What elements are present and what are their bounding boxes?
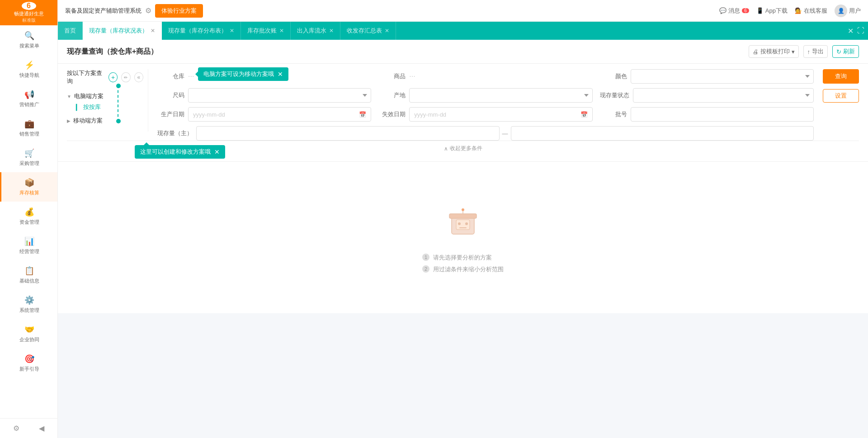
- sidebar-item-label: 资金管理: [19, 219, 39, 226]
- filter-header: 按以下方案查询 + ✏ «: [67, 69, 143, 85]
- tab-close-icon[interactable]: ✕: [329, 28, 334, 34]
- filter-row-4: 现存量（主） —: [157, 126, 814, 141]
- tab-inout-flow-label: 出入库流水: [297, 27, 326, 35]
- export-button[interactable]: ↑ 导出: [803, 45, 828, 58]
- filter-prod-date: 生产日期 yyyy-mm-dd 📅: [157, 107, 371, 122]
- sidebar: 6 畅捷通好生意 标准版 🔍 搜索菜单 ⚡ 快捷导航 📢 营销推广 💼 销售管理…: [0, 0, 58, 438]
- filter-add-button[interactable]: +: [108, 72, 118, 82]
- tab-close-icon[interactable]: ✕: [385, 28, 389, 34]
- sidebar-item-sales[interactable]: 💼 销售管理: [0, 113, 57, 143]
- tip-text-2: 用过滤条件来缩小分析范围: [433, 265, 504, 273]
- logo-badge: 标准版: [22, 17, 36, 24]
- app-download-btn[interactable]: 📱 App下载: [756, 7, 788, 15]
- tab-expand-icon[interactable]: ⛶: [857, 27, 864, 35]
- range-separator: —: [502, 130, 508, 137]
- sidebar-item-system[interactable]: ⚙️ 系统管理: [0, 290, 57, 319]
- color-select[interactable]: [631, 69, 814, 84]
- warehouse-dots[interactable]: ···: [188, 72, 194, 80]
- sidebar-item-enterprise[interactable]: 🤝 企业协同: [0, 319, 57, 349]
- tab-close-icon[interactable]: ✕: [279, 28, 284, 34]
- color-label: 颜色: [600, 72, 627, 80]
- stock-qty-range: —: [196, 126, 814, 141]
- arrow-icon: ▼: [67, 94, 71, 99]
- goods-dots[interactable]: ···: [409, 72, 415, 80]
- enterprise-icon: 🤝: [24, 325, 34, 334]
- tab-inout-flow[interactable]: 出入库流水 ✕: [291, 22, 340, 40]
- search-button[interactable]: 查询: [823, 69, 859, 84]
- empty-tip-2: 2 用过滤条件来缩小分析范围: [422, 265, 504, 273]
- operations-icon: 📊: [24, 236, 34, 246]
- collapse-icon: ∧: [444, 146, 448, 152]
- tab-batch-account[interactable]: 库存批次账 ✕: [241, 22, 291, 40]
- filter-edit-button[interactable]: ✏: [121, 72, 130, 82]
- user-menu[interactable]: 👤 用户: [835, 5, 861, 17]
- stock-qty-min[interactable]: [196, 126, 500, 141]
- scheme-desktop[interactable]: ▼ 电脑端方案: [67, 91, 143, 102]
- sidebar-item-label: 企业协同: [19, 336, 39, 343]
- dropdown-icon: ▾: [792, 48, 795, 55]
- prod-date-input[interactable]: yyyy-mm-dd 📅: [188, 107, 371, 122]
- refresh-button[interactable]: ↻ 刷新: [832, 45, 859, 58]
- tab-inventory-status[interactable]: 现存量（库存状况表） ✕: [83, 22, 162, 40]
- edit-tooltip-close[interactable]: ✕: [214, 148, 220, 155]
- online-service-btn[interactable]: 💁 在线客服: [795, 7, 827, 15]
- sidebar-item-purchase[interactable]: 🛒 采购管理: [0, 143, 57, 172]
- sidebar-item-finance[interactable]: 💰 资金管理: [0, 202, 57, 231]
- collapse-sidebar-icon[interactable]: ◀: [39, 424, 44, 433]
- system-name: 装备及固定资产辅助管理系统: [65, 7, 142, 15]
- page-header: 现存量查询（按仓库+商品） 🖨 按模板打印 ▾ ↑ 导出 ↻ 刷新: [58, 40, 868, 64]
- exp-date-placeholder: yyyy-mm-dd: [414, 111, 446, 118]
- trial-button[interactable]: 体验行业方案: [155, 4, 203, 18]
- online-service-label: 在线客服: [804, 7, 827, 15]
- print-button[interactable]: 🖨 按模板打印 ▾: [749, 45, 799, 58]
- scheme-panel: 按以下方案查询 + ✏ « ▼: [67, 69, 148, 132]
- exp-date-input[interactable]: yyyy-mm-dd 📅: [409, 107, 592, 122]
- batch-label: 批号: [600, 110, 627, 118]
- sidebar-logo: 6 畅捷通好生意 标准版: [0, 0, 57, 25]
- header-settings-icon[interactable]: ⚙: [145, 6, 151, 15]
- tab-close-icon[interactable]: ✕: [230, 28, 234, 34]
- tab-close-icon[interactable]: ✕: [151, 28, 155, 34]
- batch-input[interactable]: [631, 107, 814, 122]
- collapse-label: 收起更多条件: [450, 145, 482, 152]
- sidebar-item-label: 新手引导: [19, 366, 39, 372]
- header-right: 💬 消息 6 📱 App下载 💁 在线客服 👤 用户: [719, 5, 861, 17]
- export-icon: ↑: [807, 48, 811, 55]
- scheme-mobile[interactable]: ▶ 移动端方案: [67, 115, 143, 126]
- sidebar-item-guide[interactable]: 🎯 新手引导: [0, 349, 57, 378]
- page-actions: 🖨 按模板打印 ▾ ↑ 导出 ↻ 刷新: [749, 45, 859, 58]
- inventory-icon: 📦: [24, 178, 34, 188]
- quicknav-icon: ⚡: [24, 60, 34, 70]
- phone-icon: 📱: [756, 7, 764, 14]
- set-button[interactable]: 设置: [823, 89, 859, 103]
- tip-text-1: 请先选择要分析的方案: [433, 254, 492, 262]
- sidebar-item-search[interactable]: 🔍 搜索菜单: [0, 25, 57, 55]
- sidebar-item-quicknav[interactable]: ⚡ 快捷导航: [0, 55, 57, 84]
- origin-select[interactable]: [409, 88, 592, 103]
- tab-home[interactable]: 首页: [58, 22, 83, 40]
- tab-close-all-icon[interactable]: ✕: [848, 27, 854, 35]
- tab-inventory-dist[interactable]: 现存量（库存分布表） ✕: [162, 22, 241, 40]
- size-select[interactable]: [188, 88, 371, 103]
- scheme-anjianku[interactable]: ▎ 按按库: [76, 102, 143, 113]
- settings-bottom-icon[interactable]: ⚙: [13, 424, 19, 433]
- sidebar-item-marketing[interactable]: 📢 营销推广: [0, 84, 57, 113]
- stock-qty-max[interactable]: [511, 126, 814, 141]
- sidebar-nav: 🔍 搜索菜单 ⚡ 快捷导航 📢 营销推广 💼 销售管理 🛒 采购管理 📦 库存核…: [0, 25, 57, 418]
- sidebar-item-label: 快捷导航: [19, 72, 39, 79]
- svg-rect-5: [459, 227, 467, 228]
- tab-recv-send[interactable]: 收发存汇总表 ✕: [340, 22, 396, 40]
- page-content: 现存量查询（按仓库+商品） 🖨 按模板打印 ▾ ↑ 导出 ↻ 刷新: [58, 40, 868, 438]
- marketing-icon: 📢: [24, 89, 34, 99]
- finance-icon: 💰: [24, 207, 34, 217]
- stock-status-label: 现存量状态: [600, 91, 629, 99]
- filter-row-2: 尺码 产地: [157, 88, 814, 103]
- filter-back-button[interactable]: «: [134, 72, 143, 82]
- message-btn[interactable]: 💬 消息 6: [719, 7, 749, 15]
- sidebar-item-operations[interactable]: 📊 经营管理: [0, 231, 57, 260]
- page-title: 现存量查询（按仓库+商品）: [67, 47, 158, 57]
- scheme-tooltip-close[interactable]: ✕: [278, 71, 283, 78]
- sidebar-item-inventory[interactable]: 📦 库存核算: [0, 172, 57, 202]
- stock-status-select[interactable]: [633, 88, 814, 103]
- sidebar-item-basic[interactable]: 📋 基础信息: [0, 260, 57, 290]
